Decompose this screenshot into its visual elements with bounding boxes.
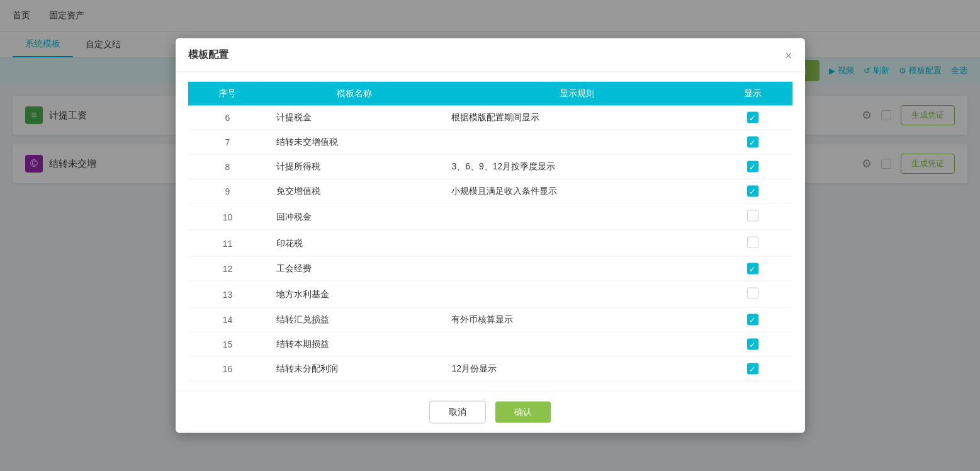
row-index: 8 <box>188 154 268 179</box>
checkbox-checked[interactable]: ✓ <box>747 314 758 326</box>
checkbox-checked[interactable]: ✓ <box>747 186 758 197</box>
col-rule: 显示规则 <box>442 82 712 106</box>
checkbox-checked[interactable]: ✓ <box>747 263 758 275</box>
row-name: 结转汇兑损益 <box>267 307 442 332</box>
table-body: 6计提税金根据模版配置期间显示✓7结转未交增值税✓8计提所得税3、6、9、12月… <box>188 106 792 382</box>
row-rule: 12月份显示 <box>442 356 712 381</box>
table-row: 15结转本期损益✓ <box>188 332 792 356</box>
table-row: 6计提税金根据模版配置期间显示✓ <box>188 106 792 130</box>
row-name: 结转未分配利润 <box>267 356 442 381</box>
row-show[interactable]: ✓ <box>713 154 792 179</box>
checkbox-empty[interactable] <box>747 237 758 248</box>
row-index: 13 <box>188 281 268 307</box>
table-scroll-area[interactable]: 序号 模板名称 显示规则 显示 6计提税金根据模版配置期间显示✓7结转未交增值税… <box>188 82 792 382</box>
row-rule <box>442 281 712 307</box>
checkbox-checked[interactable]: ✓ <box>747 161 758 173</box>
col-name: 模板名称 <box>267 82 442 106</box>
table-row: 7结转未交增值税✓ <box>188 130 792 154</box>
row-show[interactable]: ✓ <box>713 332 792 356</box>
row-show[interactable] <box>713 230 792 256</box>
col-index: 序号 <box>188 82 268 106</box>
row-rule <box>442 203 712 230</box>
table-row: 12工会经费✓ <box>188 256 792 281</box>
row-index: 10 <box>188 203 268 230</box>
checkbox-checked[interactable]: ✓ <box>747 363 758 375</box>
row-index: 7 <box>188 130 268 154</box>
row-rule: 有外币核算显示 <box>442 307 712 332</box>
modal-body: 序号 模板名称 显示规则 显示 6计提税金根据模版配置期间显示✓7结转未交增值税… <box>176 72 805 391</box>
row-index: 9 <box>188 179 268 203</box>
row-show[interactable] <box>713 203 792 230</box>
checkbox-empty[interactable] <box>747 210 758 222</box>
row-rule: 小规模且满足收入条件显示 <box>442 179 712 203</box>
row-rule: 3、6、9、12月按季度显示 <box>442 154 712 179</box>
row-name: 地方水利基金 <box>267 281 442 307</box>
row-index: 15 <box>188 332 268 356</box>
cancel-button[interactable]: 取消 <box>429 401 486 424</box>
modal-header: 模板配置 × <box>176 38 805 72</box>
row-show[interactable]: ✓ <box>713 130 792 154</box>
col-show: 显示 <box>713 82 792 106</box>
row-name: 结转本期损益 <box>267 332 442 356</box>
table-row: 11印花税 <box>188 230 792 256</box>
row-rule <box>442 130 712 154</box>
checkbox-empty[interactable] <box>747 288 758 299</box>
row-rule <box>442 332 712 356</box>
template-config-modal: 模板配置 × 序号 模板名称 显示规则 显示 6计提税金根据模版配置期间显示✓7… <box>176 38 805 433</box>
row-show[interactable]: ✓ <box>713 256 792 281</box>
row-show[interactable]: ✓ <box>713 179 792 203</box>
row-name: 计提所得税 <box>267 154 442 179</box>
row-name: 结转未交增值税 <box>267 130 442 154</box>
table-row: 13地方水利基金 <box>188 281 792 307</box>
row-show[interactable]: ✓ <box>713 356 792 381</box>
row-name: 计提税金 <box>267 106 442 130</box>
table-row: 10回冲税金 <box>188 203 792 230</box>
row-index: 14 <box>188 307 268 332</box>
row-rule <box>442 256 712 281</box>
confirm-button[interactable]: 确认 <box>495 402 551 423</box>
table-row: 16结转未分配利润12月份显示✓ <box>188 356 792 381</box>
checkbox-checked[interactable]: ✓ <box>747 339 758 350</box>
checkbox-checked[interactable]: ✓ <box>747 112 758 123</box>
table-row: 9免交增值税小规模且满足收入条件显示✓ <box>188 179 792 203</box>
modal-close-button[interactable]: × <box>785 48 792 61</box>
config-table: 序号 模板名称 显示规则 显示 6计提税金根据模版配置期间显示✓7结转未交增值税… <box>188 82 792 382</box>
row-rule: 根据模版配置期间显示 <box>442 106 712 130</box>
row-index: 12 <box>188 256 268 281</box>
modal-title: 模板配置 <box>188 48 228 62</box>
row-name: 工会经费 <box>267 256 442 281</box>
table-row: 8计提所得税3、6、9、12月按季度显示✓ <box>188 154 792 179</box>
table-row: 14结转汇兑损益有外币核算显示✓ <box>188 307 792 332</box>
modal-footer: 取消 确认 <box>176 391 805 433</box>
row-rule <box>442 230 712 256</box>
row-name: 印花税 <box>267 230 442 256</box>
row-name: 免交增值税 <box>267 179 442 203</box>
row-show[interactable] <box>713 281 792 307</box>
row-show[interactable]: ✓ <box>713 106 792 130</box>
row-index: 11 <box>188 230 268 256</box>
row-name: 回冲税金 <box>267 203 442 230</box>
row-show[interactable]: ✓ <box>713 307 792 332</box>
row-index: 16 <box>188 356 268 381</box>
checkbox-checked[interactable]: ✓ <box>747 137 758 148</box>
row-index: 6 <box>188 106 268 130</box>
table-header: 序号 模板名称 显示规则 显示 <box>188 82 792 106</box>
